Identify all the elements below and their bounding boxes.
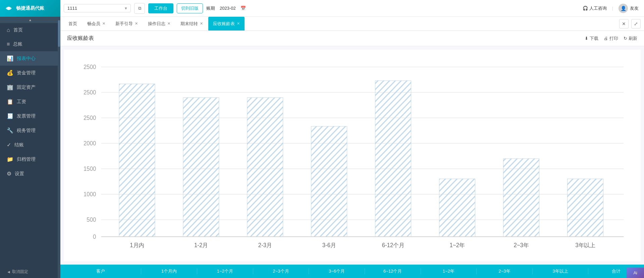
tab-ar-aging[interactable]: 应收账龄表✕ [208,17,245,30]
svg-rect-24 [503,159,539,237]
company-name: 1111 [67,6,123,11]
svg-text:0: 0 [93,234,96,240]
tab-guide[interactable]: 新手引导✕ [111,17,143,30]
svg-rect-23 [439,179,475,237]
page-header: 应收账龄表 ⬇ 下载 🖨 打印 ↻ 刷新 [60,31,644,46]
svg-text:1-2月: 1-2月 [194,242,208,249]
copy-button[interactable]: ⧉ [134,3,145,14]
tab-operation-log[interactable]: 操作日志✕ [143,17,175,30]
tab-close-icon[interactable]: ✕ [200,22,203,25]
table-header-cell-7: 2~3年 [477,268,533,274]
table-header-cell-1: 1个月内 [141,268,197,274]
period-label: 账期 [206,5,215,11]
general-ledger-icon: ≡ [7,41,10,47]
cancel-fixed-button[interactable]: ◄ 取消固定 [0,266,60,278]
sidebar-item-fixed-assets[interactable]: 🏢 固定资产 [0,80,60,94]
sidebar-item-label: 报表中心 [17,56,36,62]
consult-button[interactable]: 🎧 人工咨询 [583,5,607,11]
settings-icon: ⚙ [7,170,11,177]
cancel-fixed-icon: ◄ [7,270,11,274]
sidebar-item-general-ledger[interactable]: ≡ 总账 [0,37,60,51]
sidebar-item-checkout[interactable]: ✓ 结账 [0,138,60,152]
tax-management-icon: 🔧 [7,127,13,134]
table-header-cell-0: 客户 [60,268,141,274]
page-actions: ⬇ 下载 🖨 打印 ↻ 刷新 [585,36,637,42]
svg-text:3年以上: 3年以上 [575,242,595,249]
expand-button[interactable]: ⤢ [631,19,641,28]
tab-close-icon[interactable]: ✕ [167,22,170,25]
tab-label: 畅会员 [87,21,100,27]
sidebar-scroll-up[interactable]: ▲ [0,17,60,23]
archive-management-icon: 📁 [7,156,13,162]
sidebar-item-label: 资金管理 [17,70,36,76]
sidebar-item-tax-management[interactable]: 🔧 税务管理 [0,123,60,138]
invoice-management-icon: 🧾 [7,113,13,119]
print-button[interactable]: 🖨 打印 [604,36,618,42]
refresh-button[interactable]: ↻ 刷新 [624,36,637,42]
sidebar-item-label: 结账 [14,142,24,148]
close-all-button[interactable]: ✕ [619,19,629,28]
period-value: 2023-02 [220,6,236,11]
salary-icon: 📋 [7,98,13,105]
sidebar-item-label: 归档管理 [17,156,36,162]
copy-icon: ⧉ [138,6,141,11]
download-icon: ⬇ [585,36,588,41]
user-name: 友友 [630,5,639,11]
svg-rect-21 [311,126,347,237]
refresh-icon: ↻ [624,36,627,41]
sidebar-scrollbar[interactable] [58,17,60,278]
tab-period-end[interactable]: 期末结转✕ [176,17,208,30]
company-selector[interactable]: 1111 ▾ [64,4,131,12]
workbench-button[interactable]: 工作台 [148,3,173,13]
sidebar: ▲ ⌂ 首页≡ 总账📊 报表中心💰 资金管理🏢 固定资产📋 工资🧾 发票管理 [0,17,60,278]
sidebar-item-label: 固定资产 [17,84,36,90]
sidebar-item-label: 首页 [13,27,23,33]
tab-actions: ✕ ⤢ [619,19,641,28]
calendar-icon[interactable]: 📅 [240,6,246,11]
chevron-down-icon: ▾ [125,6,127,11]
divider: | [612,6,613,11]
svg-text:6-12个月: 6-12个月 [382,242,405,249]
sidebar-item-archive-management[interactable]: 📁 归档管理 [0,152,60,166]
svg-text:1000: 1000 [84,191,96,198]
svg-text:2500: 2500 [84,64,96,70]
tab-close-icon[interactable]: ✕ [102,22,105,25]
svg-rect-19 [183,98,219,237]
sidebar-item-salary[interactable]: 📋 工资 [0,94,60,109]
sidebar-item-invoice-management[interactable]: 🧾 发票管理 [0,109,60,123]
tab-home[interactable]: 首页 [64,17,82,30]
tab-label: 首页 [68,21,77,27]
tab-close-icon[interactable]: ✕ [135,22,138,25]
user-area[interactable]: 👤 友友 [619,4,639,13]
tab-label: 期末结转 [180,21,198,27]
svg-rect-20 [247,98,283,237]
ai-badge[interactable]: Ai [627,268,644,278]
tab-member[interactable]: 畅会员✕ [83,17,110,30]
sidebar-item-fund-management[interactable]: 💰 资金管理 [0,66,60,80]
report-center-icon: 📊 [7,55,13,62]
logo-icon [4,4,13,13]
cancel-fixed-label: 取消固定 [12,269,28,275]
avatar: 👤 [619,4,628,13]
svg-point-0 [7,7,10,10]
svg-text:2500: 2500 [84,89,96,96]
svg-text:3-6月: 3-6月 [322,242,336,249]
logo-text: 畅捷通易代账 [16,5,44,11]
svg-text:1~2年: 1~2年 [450,242,465,249]
tab-close-icon[interactable]: ✕ [237,22,240,25]
svg-rect-25 [567,179,603,237]
table-header-cell-3: 2~3个月 [253,268,309,274]
fixed-assets-icon: 🏢 [7,84,13,90]
sidebar-item-home[interactable]: ⌂ 首页 [0,23,60,37]
sidebar-item-report-center[interactable]: 📊 报表中心 [0,51,60,66]
table-header-cell-4: 3~6个月 [309,268,365,274]
table-header-cell-8: 3年以上 [533,268,589,274]
header-right: 🎧 人工咨询 | 👤 友友 [583,4,639,13]
sidebar-item-settings[interactable]: ⚙ 设置 [0,166,60,181]
old-version-button[interactable]: 切到旧版 [177,3,203,13]
table-header-cell-5: 6~12个月 [365,268,421,274]
home-icon: ⌂ [7,27,10,33]
download-button[interactable]: ⬇ 下载 [585,36,598,42]
chart-area: 2500 2500 2500 2000 1500 1000 500 0 [70,56,634,258]
headphone-icon: 🎧 [583,6,588,11]
